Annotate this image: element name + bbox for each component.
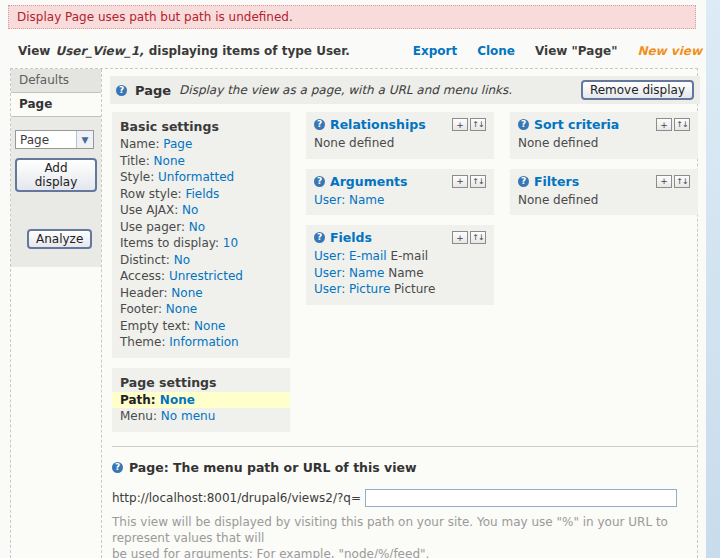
rearrange-icon[interactable]: ↑↓ [470, 231, 486, 244]
field-item: User: E-mail E-mail [314, 248, 486, 265]
filters-title[interactable]: Filters [534, 174, 579, 189]
add-icon[interactable]: + [656, 175, 672, 188]
field-item: User: Picture Picture [314, 281, 486, 298]
sidebar-tab-defaults[interactable]: Defaults [11, 69, 101, 93]
setting-use-pager: Use pager: No [120, 219, 282, 236]
error-message: Display Page uses path but path is undef… [8, 5, 696, 29]
help-icon[interactable]: ? [314, 232, 325, 243]
relationships-box: ? Relationships + ↑↓ None defined [306, 112, 494, 159]
display-sidebar: Defaults Page Page ▼ Add display Analyze [11, 69, 101, 558]
add-icon[interactable]: + [452, 231, 468, 244]
setting-menu: Menu: No menu [120, 408, 282, 425]
help-icon[interactable]: ? [314, 119, 325, 130]
sidebar-tab-defaults-label: Defaults [19, 73, 69, 87]
url-row: http://localhost:8001/drupal6/views2/?q= [112, 489, 698, 507]
page-settings-box: Page settings Path: None Menu: No menu [112, 368, 290, 432]
display-type-select[interactable]: Page ▼ [15, 130, 94, 149]
middle-column: ? Relationships + ↑↓ None defined ? Argu… [306, 112, 494, 315]
setting-row-style: Row style: Fields [120, 186, 282, 203]
setting-header: Header: None [120, 285, 282, 302]
help-icon[interactable]: ? [518, 119, 529, 130]
setting-items-to-display: Items to display: 10 [120, 235, 282, 252]
arguments-box: ? Arguments + ↑↓ User: Name [306, 169, 494, 216]
export-link[interactable]: Export [413, 44, 457, 58]
chevron-down-icon: ▼ [76, 131, 93, 148]
setting-style: Style: Unformatted [120, 169, 282, 186]
setting-footer: Footer: None [120, 301, 282, 318]
display-title: Page [135, 83, 171, 98]
rearrange-icon[interactable]: ↑↓ [674, 118, 690, 131]
rearrange-icon[interactable]: ↑↓ [674, 175, 690, 188]
setting-theme: Theme: Information [120, 334, 282, 351]
add-icon[interactable]: + [452, 175, 468, 188]
page-settings-title: Page settings [120, 373, 282, 392]
basic-settings-box: Basic settings Name: Page Title: None St… [112, 112, 290, 358]
help-icon[interactable]: ? [112, 462, 123, 473]
view-name: User_View_1, [55, 44, 143, 58]
sidebar-tab-page-label: Page [19, 97, 52, 111]
sidebar-controls: Page ▼ Add display Analyze [11, 117, 101, 267]
path-form: ? Page: The menu path or URL of this vie… [110, 447, 700, 558]
setting-name: Name: Page [120, 136, 282, 153]
filters-empty: None defined [518, 192, 690, 209]
path-description: This view will be displayed by visiting … [112, 514, 698, 558]
remove-display-button[interactable]: Remove display [581, 80, 694, 100]
relationships-title[interactable]: Relationships [330, 117, 426, 132]
view-header: View User_View_1, displaying items of ty… [18, 44, 702, 58]
display-overview-bar: ? Page Display the view as a page, with … [110, 76, 700, 104]
help-icon[interactable]: ? [314, 176, 325, 187]
header-links: Export Clone View "Page" New view [413, 44, 702, 58]
field-item: User: Name Name [314, 265, 486, 282]
views-ui-container: Defaults Page Page ▼ Add display Analyze… [10, 68, 698, 558]
url-prefix: http://localhost:8001/drupal6/views2/?q= [112, 491, 361, 505]
add-icon[interactable]: + [452, 118, 468, 131]
view-header-prefix: View [18, 44, 50, 58]
path-input[interactable] [365, 489, 677, 507]
sort-criteria-box: ? Sort criteria + ↑↓ None defined [510, 112, 698, 159]
setting-empty-text: Empty text: None [120, 318, 282, 335]
setting-access: Access: Unrestricted [120, 268, 282, 285]
setting-title: Title: None [120, 153, 282, 170]
error-message-text: Display Page uses path but path is undef… [17, 10, 293, 24]
analyze-button[interactable]: Analyze [27, 229, 92, 249]
arguments-title[interactable]: Arguments [330, 174, 408, 189]
view-page-link[interactable]: View "Page" [535, 44, 617, 58]
fields-title[interactable]: Fields [330, 230, 372, 245]
basic-settings-column: Basic settings Name: Page Title: None St… [112, 112, 290, 442]
new-view-link[interactable]: New view [637, 44, 702, 58]
display-main-panel: ? Page Display the view as a page, with … [101, 69, 708, 558]
right-column: ? Sort criteria + ↑↓ None defined ? Filt… [510, 112, 698, 225]
setting-path: Path: None [112, 392, 290, 409]
settings-columns: Basic settings Name: Page Title: None St… [110, 104, 700, 442]
add-icon[interactable]: + [656, 118, 672, 131]
setting-distinct: Distinct: No [120, 252, 282, 269]
setting-use-ajax: Use AJAX: No [120, 202, 282, 219]
basic-settings-title: Basic settings [120, 117, 282, 136]
rearrange-icon[interactable]: ↑↓ [470, 118, 486, 131]
sort-criteria-title[interactable]: Sort criteria [534, 117, 619, 132]
help-icon[interactable]: ? [518, 176, 529, 187]
display-description: Display the view as a page, with a URL a… [179, 83, 512, 97]
rearrange-icon[interactable]: ↑↓ [470, 175, 486, 188]
path-form-title: ? Page: The menu path or URL of this vie… [112, 460, 698, 475]
argument-item: User: Name [314, 192, 486, 209]
relationships-empty: None defined [314, 135, 486, 152]
display-type-select-value: Page [20, 133, 49, 147]
fields-box: ? Fields + ↑↓ User: E-mail E-mail User: … [306, 225, 494, 305]
clone-link[interactable]: Clone [477, 44, 515, 58]
sort-criteria-empty: None defined [518, 135, 690, 152]
filters-box: ? Filters + ↑↓ None defined [510, 169, 698, 216]
view-header-suffix: displaying items of type User. [149, 44, 350, 58]
sidebar-tab-page[interactable]: Page [11, 93, 101, 117]
page-edge-strip [706, 0, 720, 558]
add-display-button[interactable]: Add display [15, 158, 97, 192]
path-form-title-text: Page: The menu path or URL of this view [129, 460, 417, 475]
help-icon[interactable]: ? [116, 85, 127, 96]
